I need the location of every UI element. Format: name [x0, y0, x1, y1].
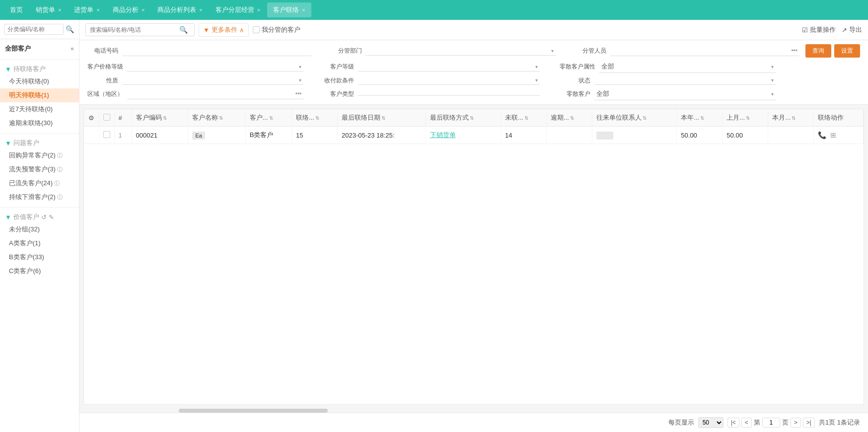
my-customer-checkbox[interactable] — [253, 26, 260, 33]
export-button[interactable]: ↗ 导出 — [842, 25, 862, 34]
collapse-icon: « — [71, 45, 74, 52]
sidebar-item-7day-pending[interactable]: 近7天待联络(0) — [0, 102, 79, 116]
filter-customer-type-label: 客户类型 — [323, 90, 358, 98]
sidebar-item-class-a[interactable]: A类客户(1) — [0, 236, 79, 250]
customer-table: ⚙ # 客户编码⇅ 客户名称⇅ 客户...⇅ 联络... — [84, 109, 864, 144]
col-unit-contact-header[interactable]: 往来单位联系人⇅ — [592, 109, 677, 127]
sort-contact-icon: ⇅ — [315, 115, 319, 121]
row-checkbox[interactable] — [103, 131, 110, 138]
nav-customer-contact[interactable]: 客户联络 × — [267, 2, 311, 17]
nav-customer-segmentation[interactable]: 客户分层经营 × — [210, 2, 266, 17]
status-chevron-icon: ▾ — [771, 77, 774, 83]
search-input[interactable] — [90, 26, 179, 33]
sidebar-all-customers-section: 全部客户 « — [0, 39, 79, 58]
more-filter-button[interactable]: ▼ 更多条件 ∧ — [199, 23, 249, 37]
scrollbar-thumb[interactable] — [179, 409, 328, 413]
sidebar-search-area: 🔍 — [0, 20, 79, 39]
row-checkbox-cell[interactable] — [99, 127, 114, 144]
filter-retail-attr-select[interactable]: 全部 ▾ — [599, 61, 776, 73]
next-page-button[interactable]: > — [791, 418, 801, 428]
sidebar-item-overdue-pending[interactable]: 逾期未联络(30) — [0, 116, 79, 130]
filter-status-label: 状态 — [560, 76, 594, 85]
batch-operation-button[interactable]: ☑ 批量操作 — [802, 25, 836, 34]
nav-purchase-order[interactable]: 进货单 × — [68, 2, 105, 17]
filter-gender-select[interactable]: ▾ — [122, 76, 303, 85]
horizontal-scrollbar[interactable] — [79, 409, 868, 413]
close-product-analysis-list-icon[interactable]: × — [199, 7, 202, 13]
close-sales-order-icon[interactable]: × — [58, 7, 61, 13]
filter-row-4: 区域（地区） ••• 客户类型 零散客户 — [87, 88, 860, 100]
page-suffix: 页 — [782, 418, 789, 427]
last-page-button[interactable]: >| — [803, 418, 815, 428]
sidebar-item-churn-warning[interactable]: 流失预警客户(3) ⓘ — [0, 162, 79, 176]
filter-payment-select[interactable]: ▾ — [358, 76, 539, 85]
filter-status-select[interactable]: ▾ — [594, 76, 776, 85]
filter-retail: 零散客户 全部 ▾ — [560, 88, 776, 100]
sidebar-item-today-pending[interactable]: 今天待联络(0) — [0, 74, 79, 88]
col-last-contact-way-header[interactable]: 最后联络方式⇅ — [426, 109, 501, 127]
filter-panel: 电话号码 分管部门 ▾ 分管人员 ••• — [79, 40, 868, 105]
filter-person-select[interactable]: ••• — [610, 46, 799, 56]
sort-this-month-icon: ⇅ — [792, 115, 796, 121]
first-page-button[interactable]: |< — [727, 418, 739, 428]
sidebar-search-icon[interactable]: 🔍 — [66, 25, 74, 33]
nav-home[interactable]: 首页 — [4, 2, 29, 17]
search-icon[interactable]: 🔍 — [179, 26, 188, 34]
pagination: |< < 第 页 > >| — [727, 418, 815, 428]
col-this-month-header[interactable]: 本月...⇅ — [768, 109, 814, 127]
sidebar-item-abnormal-repurchase[interactable]: 回购异常客户(2) ⓘ — [0, 148, 79, 162]
action-grid-icon[interactable]: ⊞ — [830, 131, 836, 139]
col-not-contacted-header[interactable]: 未联...⇅ — [501, 109, 547, 127]
query-button[interactable]: 查询 — [805, 44, 831, 58]
col-last-month-header[interactable]: 上月...⇅ — [723, 109, 768, 127]
filter-payment-label: 收付款条件 — [323, 76, 358, 85]
col-type-header[interactable]: 客户...⇅ — [245, 109, 291, 127]
nav-product-analysis-list[interactable]: 商品分析列表 × — [151, 2, 208, 17]
filter-customer-level-select[interactable]: ▾ — [358, 63, 539, 72]
reset-button[interactable]: 设置 — [834, 44, 860, 58]
col-name-header[interactable]: 客户名称⇅ — [188, 109, 245, 127]
sort-way-icon: ⇅ — [470, 115, 474, 121]
per-page-select[interactable]: 50 100 200 — [698, 417, 723, 428]
filter-customer-value-select[interactable]: ▾ — [127, 63, 303, 72]
filter-phone-input[interactable] — [122, 46, 311, 56]
col-code-header[interactable]: 客户编码⇅ — [132, 109, 188, 127]
filter-retail-select[interactable]: 全部 ▾ — [594, 88, 776, 100]
sidebar-search-input[interactable] — [4, 24, 64, 35]
close-product-analysis-icon[interactable]: × — [142, 7, 145, 13]
filter-area-select[interactable]: ••• — [127, 89, 303, 99]
filter-chevron-icon: ∧ — [239, 26, 244, 34]
filter-customer-type-select[interactable] — [358, 92, 539, 96]
sidebar-item-class-c[interactable]: C类客户(6) — [0, 264, 79, 278]
filter-customer-value-label: 客户价格等级 — [87, 63, 127, 71]
col-last-contact-date-header[interactable]: 最后联络日期⇅ — [338, 109, 426, 127]
action-phone-icon[interactable]: 📞 — [818, 131, 826, 139]
sidebar-item-class-b[interactable]: B类客户(33) — [0, 250, 79, 264]
filter-customer-value: 客户价格等级 ▾ — [87, 63, 303, 72]
sidebar-item-churned[interactable]: 已流失客户(24) ⓘ — [0, 176, 79, 190]
sort-unit-contact-icon: ⇅ — [643, 115, 647, 121]
filter-actions: 查询 设置 — [805, 44, 860, 58]
col-this-year-header[interactable]: 本年...⇅ — [677, 109, 723, 127]
sidebar-item-ungrouped[interactable]: 未分组(32) — [0, 222, 79, 236]
contact-way-link[interactable]: 下销货单 — [430, 131, 456, 139]
close-purchase-order-icon[interactable]: × — [96, 7, 99, 13]
close-customer-contact-icon[interactable]: × — [302, 7, 305, 13]
filter-dept-select[interactable]: ▾ — [366, 47, 555, 56]
prev-page-button[interactable]: < — [741, 418, 752, 428]
sidebar-item-tomorrow-pending[interactable]: 明天待联络(1) — [0, 88, 79, 102]
sidebar-item-declining[interactable]: 持续下滑客户(2) ⓘ — [0, 190, 79, 204]
sidebar-all-customers-title[interactable]: 全部客户 « — [0, 41, 79, 56]
nav-product-analysis[interactable]: 商品分析 × — [107, 2, 150, 17]
page-input[interactable] — [762, 418, 780, 428]
close-customer-segmentation-icon[interactable]: × — [257, 7, 260, 13]
row-name-cell: Ea — [188, 127, 245, 144]
col-overdue-header[interactable]: 逾期...⇅ — [547, 109, 592, 127]
col-checkbox-header[interactable] — [99, 109, 114, 127]
col-settings[interactable]: ⚙ — [84, 109, 99, 127]
col-contact-header[interactable]: 联络...⇅ — [291, 109, 337, 127]
row-last-contact-way-cell[interactable]: 下销货单 — [426, 127, 501, 144]
person-dots-icon[interactable]: ••• — [791, 47, 797, 54]
nav-sales-order[interactable]: 销货单 × — [30, 2, 67, 17]
area-dots-icon[interactable]: ••• — [295, 90, 302, 97]
